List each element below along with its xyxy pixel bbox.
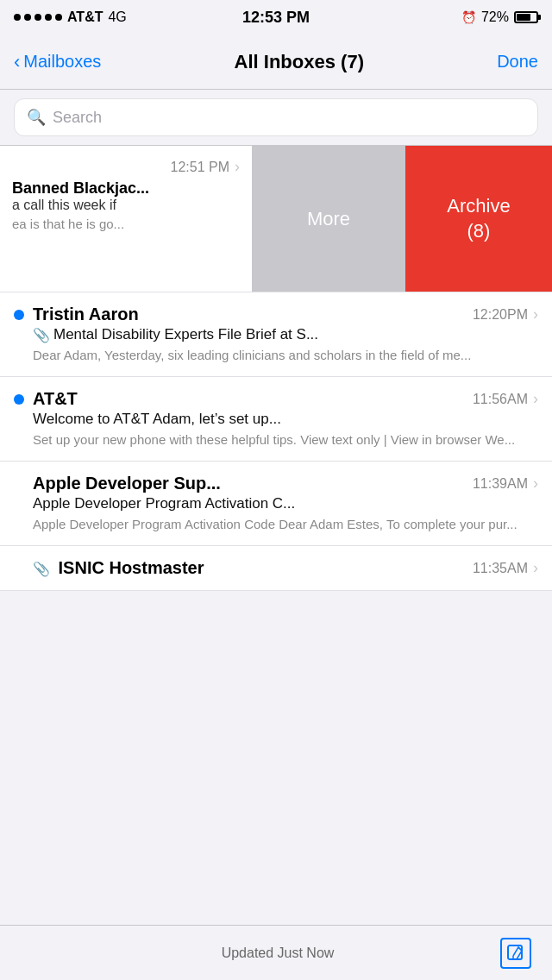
email-sender: Tristin Aaron <box>33 305 139 324</box>
done-button[interactable]: Done <box>497 52 538 72</box>
unread-indicator <box>14 310 24 320</box>
email-preview: Apple Developer Program Activation Code … <box>33 515 538 533</box>
swipe-actions: More Archive (8) <box>252 146 552 292</box>
battery-icon <box>514 11 538 23</box>
attachment-icon: 📎 <box>33 327 50 343</box>
email-body: AT&T 11:56AM › Welcome to AT&T Adam, let… <box>33 389 538 449</box>
email-timestamp: 11:35AM <box>473 561 528 576</box>
email-sender: AT&T <box>33 389 78 409</box>
email-subject: 📎 Mental Disability Experts File Brief a… <box>33 326 538 343</box>
swipe-email-content: 12:51 PM › Banned Blackjac... a call thi… <box>0 146 252 292</box>
network-label: 4G <box>108 9 126 25</box>
email-body: Tristin Aaron 12:20PM › 📎 Mental Disabil… <box>33 305 538 364</box>
email-chevron-icon: › <box>533 305 538 324</box>
email-body: 📎 ISNIC Hostmaster 11:35AM › <box>33 558 538 578</box>
attachment-icon: 📎 <box>33 562 50 576</box>
status-bar: AT&T 4G 12:53 PM ⏰ 72% <box>0 0 552 35</box>
search-bar: 🔍 Search <box>0 90 552 146</box>
search-input-wrap[interactable]: 🔍 Search <box>14 98 538 136</box>
email-subject: Apple Developer Program Activation C... <box>33 495 538 512</box>
email-body: Apple Developer Sup... 11:39AM › Apple D… <box>33 474 538 533</box>
email-sender: 📎 ISNIC Hostmaster <box>33 558 204 578</box>
email-chevron-icon: › <box>533 559 538 577</box>
back-button[interactable]: ‹ Mailboxes <box>14 51 101 73</box>
swipe-email-time: 12:51 PM <box>171 160 229 175</box>
email-sender: Apple Developer Sup... <box>33 474 221 493</box>
email-preview: Dear Adam, Yesterday, six leading clinic… <box>33 346 538 364</box>
back-chevron-icon: ‹ <box>14 51 20 73</box>
bottom-bar: Updated Just Now <box>0 925 552 980</box>
swipe-email-subject: a call this week if <box>12 198 240 213</box>
archive-action-button[interactable]: Archive (8) <box>405 146 552 292</box>
email-preview: Set up your new phone with these helpful… <box>33 430 538 449</box>
more-action-button[interactable]: More <box>252 146 405 292</box>
swipe-chevron-icon: › <box>235 158 240 176</box>
email-chevron-icon: › <box>533 390 538 408</box>
status-left: AT&T 4G <box>14 9 127 25</box>
unread-indicator <box>14 394 24 405</box>
email-timestamp: 11:39AM <box>473 476 528 492</box>
compose-button[interactable] <box>500 938 531 969</box>
email-list: More Archive (8) 12:51 PM › Banned Black… <box>0 146 552 591</box>
battery-fill <box>517 14 530 21</box>
nav-bar: ‹ Mailboxes All Inboxes (7) Done <box>0 35 552 90</box>
email-timestamp: 11:56AM <box>473 392 528 407</box>
signal-dots <box>14 14 62 21</box>
email-row[interactable]: Tristin Aaron 12:20PM › 📎 Mental Disabil… <box>0 292 552 377</box>
status-time: 12:53 PM <box>242 9 310 27</box>
compose-icon <box>506 944 525 963</box>
email-row[interactable]: AT&T 11:56AM › Welcome to AT&T Adam, let… <box>0 377 552 462</box>
carrier-label: AT&T <box>67 9 103 25</box>
swipe-email-row[interactable]: More Archive (8) 12:51 PM › Banned Black… <box>0 146 552 292</box>
email-row[interactable]: 📎 ISNIC Hostmaster 11:35AM › <box>0 546 552 591</box>
search-input[interactable]: Search <box>53 109 102 127</box>
status-right: ⏰ 72% <box>461 9 538 25</box>
email-chevron-icon: › <box>533 474 538 493</box>
nav-title: All Inboxes (7) <box>235 51 364 73</box>
alarm-icon: ⏰ <box>461 10 476 24</box>
swipe-email-preview: ea is that he is go... <box>12 217 240 231</box>
search-icon: 🔍 <box>27 108 46 127</box>
email-subject: Welcome to AT&T Adam, let’s set up... <box>33 411 538 428</box>
email-timestamp: 12:20PM <box>473 307 528 323</box>
battery-percentage: 72% <box>481 9 509 25</box>
swipe-email-sender: Banned Blackjac... <box>12 179 240 198</box>
updated-status: Updated Just Now <box>55 945 500 961</box>
back-label: Mailboxes <box>23 52 101 72</box>
email-row[interactable]: Apple Developer Sup... 11:39AM › Apple D… <box>0 462 552 546</box>
